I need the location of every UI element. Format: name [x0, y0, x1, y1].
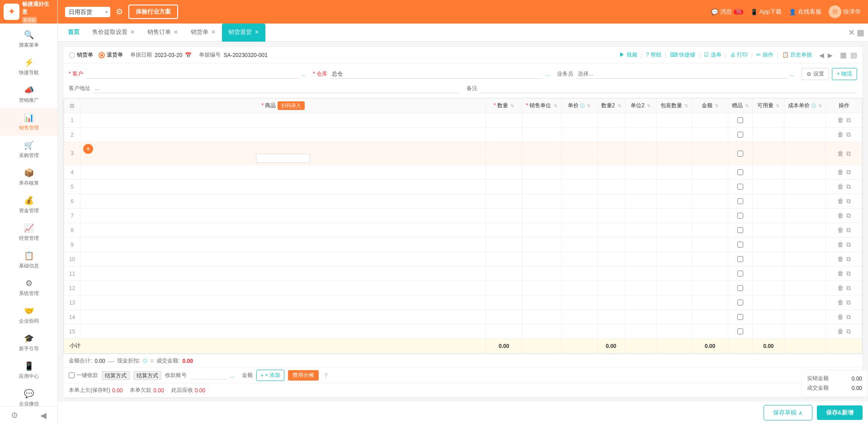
- qty-cell-13[interactable]: [486, 295, 522, 310]
- qty-cell-8[interactable]: [486, 223, 522, 238]
- amount-cell-1[interactable]: [692, 113, 728, 128]
- one-click-check[interactable]: [69, 372, 75, 378]
- qty2-cell-2[interactable]: [597, 128, 625, 142]
- delete-icon-5[interactable]: 🗑: [837, 183, 844, 191]
- qty2-cell-13[interactable]: [597, 295, 625, 310]
- avail-cell-8[interactable]: [753, 223, 784, 238]
- delete-icon-2[interactable]: 🗑: [837, 131, 844, 138]
- unit-cell-9[interactable]: [522, 238, 561, 252]
- tab-1[interactable]: 售价提取设置✕: [86, 24, 141, 42]
- qty2-cell-8[interactable]: [597, 223, 625, 238]
- unit2-cell-2[interactable]: [625, 128, 656, 142]
- product-cell-3[interactable]: +: [80, 142, 486, 165]
- help-link[interactable]: ? 帮助: [646, 51, 661, 59]
- unit-cell-8[interactable]: [522, 223, 561, 238]
- product-cell-1[interactable]: [80, 113, 486, 128]
- sidebar-item-13[interactable]: 💬企业微信: [0, 384, 57, 406]
- account-input[interactable]: [190, 371, 226, 380]
- cost-cell-12[interactable]: [784, 281, 826, 295]
- customer-input[interactable]: [86, 69, 298, 79]
- avail-cell-2[interactable]: [753, 128, 784, 142]
- avail-sort-icon[interactable]: ⇅: [776, 103, 779, 108]
- product-cell-7[interactable]: [80, 209, 486, 223]
- salesperson-more-icon[interactable]: ...: [790, 71, 794, 77]
- avail-cell-12[interactable]: [753, 281, 784, 295]
- price-cell-3[interactable]: [561, 142, 597, 165]
- pkgqty-cell-11[interactable]: [656, 267, 692, 281]
- remarks-input[interactable]: [480, 84, 857, 93]
- amount-cell-9[interactable]: [692, 238, 728, 252]
- price-cell-7[interactable]: [561, 209, 597, 223]
- settings-bottom-icon[interactable]: ⚙: [11, 410, 18, 420]
- price-cell-8[interactable]: [561, 223, 597, 238]
- gift-check-7[interactable]: [737, 213, 743, 219]
- avail-cell-11[interactable]: [753, 267, 784, 281]
- pkgqty-cell-5[interactable]: [656, 180, 692, 194]
- industry-select[interactable]: 日用百货: [65, 7, 110, 17]
- amount-cell-3[interactable]: [692, 142, 728, 165]
- product-cell-11[interactable]: [80, 267, 486, 281]
- qty2-cell-14[interactable]: [597, 310, 625, 324]
- product-cell-10[interactable]: [80, 252, 486, 267]
- gift-sort-icon[interactable]: ⇅: [745, 103, 749, 108]
- price-cell-5[interactable]: [561, 180, 597, 194]
- qty-cell-6[interactable]: [486, 194, 522, 209]
- radio-sales[interactable]: 销货单: [69, 51, 93, 59]
- unit2-cell-4[interactable]: [625, 165, 656, 180]
- copy-icon-8[interactable]: ⧉: [846, 226, 851, 234]
- avail-cell-9[interactable]: [753, 238, 784, 252]
- avail-cell-13[interactable]: [753, 295, 784, 310]
- pkgqty-cell-2[interactable]: [656, 128, 692, 142]
- calendar-icon[interactable]: 📅: [185, 52, 192, 58]
- tab-close-3[interactable]: ✕: [211, 29, 216, 35]
- unit-cell-6[interactable]: [522, 194, 561, 209]
- avail-cell-15[interactable]: [753, 324, 784, 339]
- unit2-cell-5[interactable]: [625, 180, 656, 194]
- save-new-btn[interactable]: 保存&新增: [817, 405, 863, 420]
- pkgqty-sort-icon[interactable]: ⇅: [684, 103, 688, 108]
- cost-cell-15[interactable]: [784, 324, 826, 339]
- delete-icon-15[interactable]: 🗑: [837, 328, 844, 335]
- unit2-cell-8[interactable]: [625, 223, 656, 238]
- cost-cell-14[interactable]: [784, 310, 826, 324]
- cost-cell-9[interactable]: [784, 238, 826, 252]
- account-more-icon[interactable]: ...: [230, 372, 235, 379]
- amount-cell-12[interactable]: [692, 281, 728, 295]
- copy-icon-6[interactable]: ⧉: [846, 197, 851, 205]
- warehouse-input[interactable]: [330, 69, 542, 79]
- unit-sort-icon[interactable]: ⇅: [554, 103, 557, 108]
- nav-next[interactable]: ▶: [828, 52, 833, 59]
- pkgqty-cell-15[interactable]: [656, 324, 692, 339]
- qty2-cell-5[interactable]: [597, 180, 625, 194]
- pkgqty-cell-4[interactable]: [656, 165, 692, 180]
- sidebar-item-8[interactable]: 📋基础信息: [0, 246, 57, 274]
- qty2-cell-12[interactable]: [597, 281, 625, 295]
- qty-cell-5[interactable]: [486, 180, 522, 194]
- unit2-cell-3[interactable]: [625, 142, 656, 165]
- copy-icon-3[interactable]: ⧉: [846, 150, 851, 157]
- unit2-cell-6[interactable]: [625, 194, 656, 209]
- tab-close-2[interactable]: ✕: [174, 29, 178, 35]
- qty-cell-15[interactable]: [486, 324, 522, 339]
- price-cell-14[interactable]: [561, 310, 597, 324]
- calc-select[interactable]: 结算方式: [133, 371, 161, 380]
- qty2-cell-3[interactable]: [597, 142, 625, 165]
- qty2-cell-9[interactable]: [597, 238, 625, 252]
- cost-cell-2[interactable]: [784, 128, 826, 142]
- gift-check-13[interactable]: [737, 300, 743, 305]
- trial-btn[interactable]: 体验行业方案: [128, 5, 178, 19]
- topbar-gear-icon[interactable]: ⚙: [116, 7, 123, 17]
- cost-cell-3[interactable]: [784, 142, 826, 165]
- avail-cell-10[interactable]: [753, 252, 784, 267]
- tab-3[interactable]: 销货单✕: [184, 24, 222, 42]
- amount-cell-7[interactable]: [692, 209, 728, 223]
- avail-cell-1[interactable]: [753, 113, 784, 128]
- scan-btn[interactable]: 扫码录入: [278, 101, 305, 110]
- amount-cell-8[interactable]: [692, 223, 728, 238]
- fee-help-icon[interactable]: ?: [324, 372, 327, 379]
- cost-cell-13[interactable]: [784, 295, 826, 310]
- delete-icon-1[interactable]: 🗑: [837, 116, 844, 124]
- unit2-cell-1[interactable]: [625, 113, 656, 128]
- qty-sort-icon[interactable]: ⇅: [510, 103, 514, 108]
- product-cell-14[interactable]: [80, 310, 486, 324]
